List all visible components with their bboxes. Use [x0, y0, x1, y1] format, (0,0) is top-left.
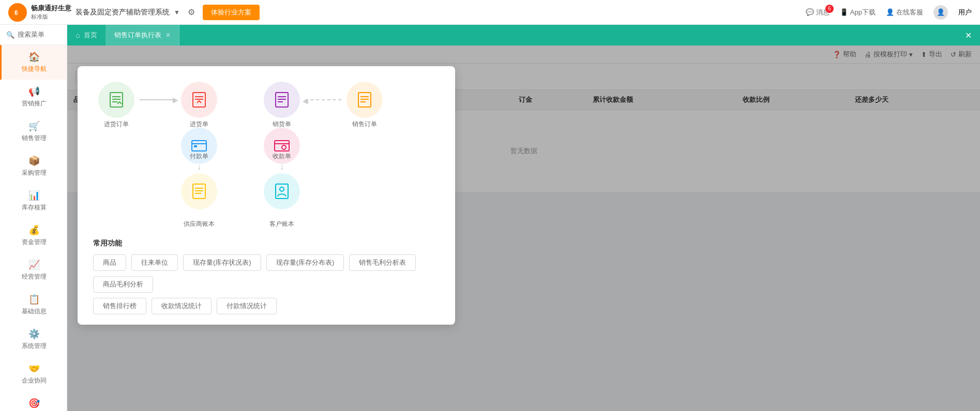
ledger-labels: 供应商账本 客户账本 — [93, 220, 440, 229]
func-btn-sales-ranking[interactable]: 销售排行榜 — [93, 298, 146, 314]
system-title-area: 装备及固定资产辅助管理系统 ▼ ⚙ 体验行业方案 — [76, 5, 806, 20]
sidebar-item-finance[interactable]: 💰 资金管理 — [0, 218, 67, 253]
page-content: ❓ 帮助 🖨 按模板打印 ▾ ⬆ 导出 ↺ 刷新 — [67, 45, 980, 411]
purchase-icon: 📦 — [28, 155, 40, 166]
tab-bar: ⌂ 首页 销售订单执行表 ✕ ✕ — [67, 25, 980, 45]
flow-node-purchase-order[interactable] — [96, 82, 137, 118]
main-layout: 🔍 搜索菜单 🏠 快捷导航 📢 营销推广 🛒 销售管理 📦 采购管理 📊 库存核… — [0, 25, 980, 411]
label-sales-bill: 销货单 — [273, 120, 291, 129]
sidebar-item-basic[interactable]: 📋 基础信息 — [0, 287, 67, 322]
label-purchase-bill: 进货单 — [190, 120, 208, 129]
sidebar-item-quick[interactable]: 🏠 快捷导航 — [0, 45, 67, 80]
tab-close-btn[interactable]: ✕ — [165, 32, 171, 39]
func-btn-sales-gross[interactable]: 销售毛利分析表 — [349, 254, 416, 271]
svg-point-22 — [282, 145, 286, 149]
func-btn-receipt-stats[interactable]: 收款情况统计 — [152, 298, 212, 314]
flow-node-sales-bill[interactable] — [261, 82, 303, 118]
flow-diagram: ▶ — [93, 82, 440, 209]
system-dropdown-btn[interactable]: ▼ — [174, 9, 180, 16]
modal-box: ▶ — [78, 66, 455, 325]
modal-overlay[interactable]: ▶ — [67, 45, 980, 411]
func-btn-goods-gross[interactable]: 商品毛利分析 — [93, 276, 153, 293]
inventory-icon: 📊 — [28, 190, 40, 201]
label-customer-ledger: 客户账本 — [269, 220, 294, 229]
message-btn[interactable]: 💬 消息 6 — [806, 8, 830, 17]
logo-text: 畅康通好生意 标准版 — [31, 4, 71, 20]
arrow-2: ◀ — [305, 99, 341, 100]
experience-btn[interactable]: 体验行业方案 — [203, 5, 260, 20]
tab-sales-order[interactable]: 销售订单执行表 ✕ — [106, 25, 179, 45]
sidebar-item-collab[interactable]: 🤝 企业协同 — [0, 357, 67, 391]
home-tab-icon: ⌂ — [76, 31, 80, 39]
tab-bar-close-btn[interactable]: ✕ — [957, 25, 980, 45]
guide-icon: 🎯 — [28, 398, 40, 409]
search-icon: 🔍 — [6, 31, 14, 39]
marketing-icon: 📢 — [28, 86, 40, 97]
header-right: 💬 消息 6 📱 App下载 👤 在线客服 👤 用户 — [806, 5, 972, 20]
online-service-btn[interactable]: 👤 在线客服 — [886, 8, 923, 17]
system-icon: ⚙️ — [28, 328, 40, 340]
func-btn-payment-stats[interactable]: 付款情况统计 — [217, 298, 277, 314]
sidebar-item-guide[interactable]: 🎯 新手引导 — [0, 391, 67, 411]
tab-home[interactable]: ⌂ 首页 — [67, 25, 106, 45]
func-btn-inventory-distribution[interactable]: 现存量(库存分布表) — [266, 254, 344, 271]
download-icon: 📱 — [840, 8, 848, 16]
flow-node-purchase-bill[interactable] — [178, 82, 220, 118]
func-btn-inventory-status[interactable]: 现存量(库存状况表) — [183, 254, 261, 271]
func-btn-row-2: 销售排行榜 收款情况统计 付款情况统计 — [93, 298, 440, 314]
label-sales-order: 销售订单 — [352, 120, 377, 129]
basic-icon: 📋 — [28, 294, 40, 305]
sidebar-item-marketing[interactable]: 📢 营销推广 — [0, 80, 67, 114]
search-menu[interactable]: 🔍 搜索菜单 — [0, 25, 67, 45]
system-settings-btn[interactable]: ⚙ — [184, 5, 199, 20]
sales-icon: 🛒 — [28, 120, 40, 132]
flow-node-customer-ledger[interactable] — [261, 173, 303, 209]
sidebar-item-sales[interactable]: 🛒 销售管理 — [0, 114, 67, 149]
sidebar-item-inventory[interactable]: 📊 库存核算 — [0, 184, 67, 218]
sidebar-item-purchase[interactable]: 📦 采购管理 — [0, 149, 67, 184]
finance-icon: 💰 — [28, 224, 40, 236]
func-btn-counterparts[interactable]: 往来单位 — [131, 254, 178, 271]
arrow-down-payment: ↓ — [197, 162, 201, 172]
logo-area: 6 畅康通好生意 标准版 — [8, 3, 76, 22]
system-title: 装备及固定资产辅助管理系统 — [76, 8, 170, 17]
message-icon: 💬 — [806, 8, 814, 16]
service-icon: 👤 — [886, 8, 894, 16]
top-header: 6 畅康通好生意 标准版 装备及固定资产辅助管理系统 ▼ ⚙ 体验行业方案 💬 … — [0, 0, 980, 25]
common-functions: 常用功能 商品 往来单位 现存量(库存状况表) 现存量(库存分布表) 销售毛利分… — [93, 239, 440, 314]
label-receipt-bill: 收款单 — [273, 152, 291, 161]
sidebar: 🔍 搜索菜单 🏠 快捷导航 📢 营销推广 🛒 销售管理 📦 采购管理 📊 库存核… — [0, 25, 67, 411]
avatar-icon: 👤 — [937, 8, 945, 16]
common-title: 常用功能 — [93, 239, 440, 248]
flow-node-sales-order[interactable] — [344, 82, 385, 118]
home-icon: 🏠 — [28, 51, 40, 63]
func-btn-row-1: 商品 往来单位 现存量(库存状况表) 现存量(库存分布表) 销售毛利分析表 商品… — [93, 254, 440, 293]
user-name: 用户 — [958, 8, 972, 17]
label-payment-bill: 付款单 — [190, 152, 208, 161]
svg-text:6: 6 — [14, 9, 18, 17]
logo-icon: 6 — [8, 3, 27, 22]
arrow-1: ▶ — [140, 99, 176, 100]
app-download-btn[interactable]: 📱 App下载 — [840, 8, 876, 17]
svg-point-28 — [280, 187, 284, 191]
operation-icon: 📈 — [28, 259, 40, 270]
sidebar-item-system[interactable]: ⚙️ 系统管理 — [0, 322, 67, 357]
flow-node-supplier-ledger[interactable] — [178, 173, 220, 209]
collab-icon: 🤝 — [28, 363, 40, 374]
content-area: ⌂ 首页 销售订单执行表 ✕ ✕ ❓ 帮助 🖨 按模板打印 ▾ — [67, 25, 980, 411]
arrow-down-receipt: ↓ — [280, 162, 284, 172]
svg-rect-19 — [194, 145, 197, 147]
label-supplier-ledger: 供应商账本 — [184, 220, 215, 229]
func-btn-goods[interactable]: 商品 — [93, 254, 126, 271]
sidebar-item-operation[interactable]: 📈 经营管理 — [0, 253, 67, 287]
label-purchase-order: 进货订单 — [104, 120, 129, 129]
avatar[interactable]: 👤 — [933, 5, 948, 20]
